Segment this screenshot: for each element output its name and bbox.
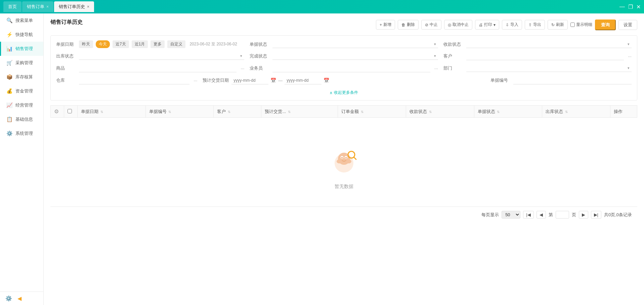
sidebar-item-fund-mgmt[interactable]: 💰 资金管理 <box>0 84 43 98</box>
pagination: 每页显示 10 20 50 100 |◀ ◀ 第 1 页 ▶ ▶| 共0页,0条… <box>50 206 637 223</box>
print-button[interactable]: 🖨 打印 ▾ <box>475 20 499 30</box>
date-btn-custom[interactable]: 自定义 <box>167 40 185 48</box>
customer-dots[interactable]: ··· <box>628 54 632 59</box>
tab-sales-order-close[interactable]: × <box>46 4 49 9</box>
content-area: 销售订单历史 + 新增 🗑 删除 ⊘ 中止 ◎ <box>44 13 644 305</box>
col-amount[interactable]: 订单金额 ⇅ <box>338 106 406 118</box>
next-page-button[interactable]: ▶ <box>579 211 588 219</box>
col-payment-status[interactable]: 收款状态 ⇅ <box>406 106 474 118</box>
col-action: 操作 <box>610 106 637 118</box>
collapse-label: 收起更多条件 <box>334 90 358 96</box>
import-button[interactable]: ⇩ 导入 <box>502 20 522 30</box>
sidebar-item-purchase-mgmt[interactable]: 🛒 采购管理 <box>0 56 43 70</box>
add-button[interactable]: + 新增 <box>376 20 395 30</box>
empty-text: 暂无数据 <box>335 184 353 190</box>
sidebar-item-search-menu[interactable]: 🔍 搜索菜单 <box>0 13 43 28</box>
first-page-button[interactable]: |◀ <box>523 211 533 219</box>
sidebar-item-basic-info[interactable]: 📋 基础信息 <box>0 112 43 126</box>
sidebar-item-quick-nav-label: 快捷导航 <box>15 32 33 38</box>
display-toggle[interactable]: 显示明细 <box>570 22 592 28</box>
page-size-select[interactable]: 10 20 50 100 <box>502 211 520 219</box>
page-input[interactable]: 1 <box>556 211 569 219</box>
tab-sales-order[interactable]: 销售订单 × <box>22 1 53 12</box>
tab-home[interactable]: 首页 <box>3 1 22 12</box>
close-window-icon[interactable]: ✕ <box>636 4 641 10</box>
minimize-icon[interactable]: — <box>619 4 625 10</box>
top-bar: 首页 销售订单 × 销售订单历史 × — ❐ ✕ <box>0 0 644 13</box>
refresh-label: 刷新 <box>556 22 564 28</box>
col-order-status[interactable]: 单据状态 ⇅ <box>474 106 542 118</box>
sidebar-item-ops-mgmt[interactable]: 📈 经营管理 <box>0 98 43 112</box>
order-status-select[interactable]: ▾ <box>272 41 438 48</box>
print-dropdown-icon: ▾ <box>493 23 496 27</box>
sidebar-item-inventory-check-label: 库存核算 <box>15 74 33 80</box>
delivery-date-to[interactable] <box>285 77 321 84</box>
delivery-date-from-calendar[interactable]: 📅 <box>270 78 276 83</box>
col-delivery[interactable]: 预计交货... ⇅ <box>261 106 338 118</box>
date-btn-last7[interactable]: 近7天 <box>113 40 129 48</box>
ship-status-select[interactable]: ▾ <box>79 52 244 60</box>
sidebar-item-inventory-check[interactable]: 📦 库存核算 <box>0 70 43 84</box>
warehouse-input[interactable] <box>79 76 189 84</box>
svg-point-6 <box>337 159 342 163</box>
sidebar-collapse-icon[interactable]: ◀ <box>17 295 22 302</box>
display-toggle-checkbox[interactable] <box>570 23 575 27</box>
col-amount-label: 订单金额 <box>341 109 359 114</box>
complete-status-field: 完成状态 ▾ <box>250 52 438 60</box>
col-date-label: 单据日期 <box>81 109 98 114</box>
table-settings-button[interactable]: ⚙ <box>54 108 59 115</box>
date-btn-last1month[interactable]: 近1月 <box>132 40 148 48</box>
complete-status-label: 完成状态 <box>250 53 270 59</box>
sidebar-item-system-mgmt-label: 系统管理 <box>15 130 33 137</box>
settings-button[interactable]: 设置 <box>618 20 637 30</box>
sidebar-item-quick-nav[interactable]: ⚡ 快捷导航 <box>0 28 43 42</box>
cancel-stop-button[interactable]: ◎ 取消中止 <box>444 20 472 30</box>
data-table: ⚙ 单据日期 ⇅ 单据编号 ⇅ <box>50 105 637 203</box>
col-customer[interactable]: 客户 ⇅ <box>214 106 261 118</box>
delivery-date-from[interactable] <box>231 77 268 84</box>
col-ship-status[interactable]: 出库状态 ⇅ <box>542 106 610 118</box>
last-page-button[interactable]: ▶| <box>591 211 601 219</box>
salesman-input[interactable] <box>272 64 430 72</box>
order-no-input[interactable] <box>513 76 632 84</box>
display-toggle-label: 显示明细 <box>576 22 592 28</box>
cancel-stop-icon: ◎ <box>448 23 451 27</box>
sidebar-item-system-mgmt[interactable]: ⚙️ 系统管理 <box>0 126 43 141</box>
payment-status-select[interactable]: ▾ <box>466 41 632 48</box>
refresh-button[interactable]: ↻ 刷新 <box>548 20 568 30</box>
order-status-arrow: ▾ <box>434 42 436 46</box>
basic-info-icon: 📋 <box>6 116 13 122</box>
date-btn-more[interactable]: 更多 <box>151 40 165 48</box>
inventory-check-icon: 📦 <box>6 74 13 80</box>
customer-input[interactable] <box>466 52 624 60</box>
sidebar-settings-icon[interactable]: ⚙️ <box>5 295 12 302</box>
product-input[interactable] <box>79 64 237 72</box>
salesman-dots[interactable]: ··· <box>434 66 438 71</box>
product-dots[interactable]: ··· <box>241 66 244 71</box>
col-date[interactable]: 单据日期 ⇅ <box>78 106 146 118</box>
order-status-field: 单据状态 ▾ <box>250 41 438 48</box>
filter-area: 单据日期 昨天 今天 近7天 近1月 更多 自定义 2023-06-02 至 2… <box>50 35 637 101</box>
date-btn-yesterday[interactable]: 昨天 <box>79 40 93 48</box>
tab-sales-order-history[interactable]: 销售订单历史 × <box>54 1 94 12</box>
col-ship-status-sort: ⇅ <box>565 110 568 114</box>
sidebar-item-sales-mgmt[interactable]: 📊 销售管理 <box>0 42 43 56</box>
table-select-all[interactable] <box>68 109 72 113</box>
sidebar-item-fund-mgmt-label: 资金管理 <box>15 88 33 94</box>
order-no-field: 单据编号 <box>490 76 632 84</box>
delete-button[interactable]: 🗑 删除 <box>398 20 419 30</box>
order-status-label: 单据状态 <box>250 41 270 47</box>
restore-icon[interactable]: ❐ <box>628 4 633 10</box>
stop-button[interactable]: ⊘ 中止 <box>421 20 441 30</box>
delivery-date-to-calendar[interactable]: 📅 <box>324 78 329 83</box>
warehouse-dots[interactable]: ··· <box>194 78 197 83</box>
export-button[interactable]: ⇧ 导出 <box>525 20 545 30</box>
dept-select[interactable]: ▾ <box>466 65 632 72</box>
query-button[interactable]: 查询 <box>595 20 616 30</box>
complete-status-select[interactable]: ▾ <box>272 52 438 60</box>
col-no[interactable]: 单据编号 ⇅ <box>145 106 214 118</box>
filter-collapse[interactable]: ∧ 收起更多条件 <box>56 88 632 96</box>
prev-page-button[interactable]: ◀ <box>536 211 546 219</box>
tab-sales-order-history-close[interactable]: × <box>87 4 89 9</box>
date-btn-today[interactable]: 今天 <box>96 40 110 48</box>
